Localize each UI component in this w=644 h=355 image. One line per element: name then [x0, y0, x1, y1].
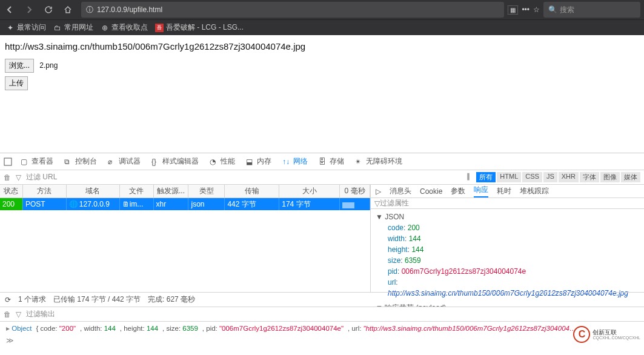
page-content: http://ws3.sinaimg.cn/thumb150/006m7Gcrl… — [0, 35, 644, 96]
sparkle-icon: ✦ — [6, 24, 15, 32]
network-icon: ↑↓ — [282, 158, 291, 166]
pill-fonts[interactable]: 字体 — [580, 172, 599, 182]
memory-icon: ⬓ — [246, 158, 254, 166]
tab-accessibility[interactable]: ✴无障碍环境 — [353, 156, 405, 167]
bookmark-52pojie[interactable]: 吾吾爱破解 - LCG - LSG... — [155, 22, 244, 33]
reload-small-icon[interactable]: ⟳ — [5, 296, 11, 304]
box-icon: ▢ — [21, 158, 29, 166]
cell-status: 200 — [0, 198, 23, 210]
response-filter[interactable]: ▽ 过滤属性 — [371, 198, 644, 209]
back-button[interactable] — [0, 0, 19, 19]
search-icon: 🔍 — [548, 5, 557, 14]
json-row: code: 200 — [388, 222, 639, 233]
upload-button[interactable]: 上传 — [5, 76, 28, 90]
trash-icon[interactable]: 🗑 — [4, 173, 11, 182]
tab-network[interactable]: ↑↓网络 — [280, 156, 310, 167]
json-root[interactable]: ▼ JSON — [376, 211, 639, 222]
site-icon: 吾 — [155, 24, 164, 32]
reload-button[interactable] — [39, 0, 58, 19]
rtab-response[interactable]: 响应 — [474, 185, 488, 197]
selected-filename: 2.png — [39, 61, 58, 70]
bookmark-most-visited[interactable]: ✦最常访问 — [6, 22, 46, 33]
home-button[interactable] — [58, 0, 78, 19]
rtab-headers[interactable]: 消息头 — [390, 186, 411, 196]
cell-waterfall — [340, 198, 370, 210]
trash-icon[interactable]: 🗑 — [4, 310, 11, 319]
console-drawer: 🗑 ▽ 过滤输出 ▸ Object { code: "200" , width:… — [0, 307, 644, 355]
pill-html[interactable]: HTML — [497, 172, 521, 182]
col-cause[interactable]: 触发源... — [154, 185, 189, 197]
inspect-icon[interactable] — [4, 158, 12, 166]
watermark-logo: C 创新互联CQCXHL.COM/CQCXHL — [573, 326, 640, 343]
tab-memory[interactable]: ⬓内存 — [244, 156, 274, 167]
reader-icon[interactable]: ▦ — [508, 5, 518, 15]
tab-debugger[interactable]: ⌀调试器 — [105, 156, 143, 167]
forward-button[interactable] — [19, 0, 39, 19]
tab-storage[interactable]: 🗄存储 — [316, 156, 347, 167]
console-filter-input[interactable]: 过滤输出 — [26, 309, 55, 319]
file-icon: 🗎 — [122, 200, 130, 208]
rtab-params[interactable]: 参数 — [451, 186, 465, 196]
bookmark-label: 吾爱破解 - LCG - LSG... — [166, 22, 244, 33]
url-bar[interactable]: ⓘ 127.0.0.9/upfile.html — [81, 2, 504, 18]
network-filter-row: 🗑 ▽ 过滤 URL ∥ 所有 HTML CSS JS XHR 字体 图像 媒体 — [0, 170, 644, 185]
gauge-icon: ◔ — [210, 158, 218, 166]
col-file[interactable]: 文件 — [120, 185, 154, 197]
pill-css[interactable]: CSS — [522, 172, 542, 182]
col-transfer[interactable]: 传输 — [225, 185, 279, 197]
pill-js[interactable]: JS — [543, 172, 557, 182]
rtab-stack[interactable]: 堆栈跟踪 — [520, 186, 549, 196]
devtools-panel: ▢查看器 ⧉控制台 ⌀调试器 {}样式编辑器 ◔性能 ⬓内存 ↑↓网络 🗄存储 … — [0, 153, 644, 355]
more-icon[interactable]: ••• — [522, 5, 529, 14]
table-row[interactable]: 200 POST 🌐127.0.0.9 🗎im... xhr json 442 … — [0, 198, 370, 210]
right-summary-border — [371, 292, 644, 307]
col-status[interactable]: 状态 — [0, 185, 23, 197]
reload-icon — [44, 5, 53, 14]
bookmark-label: 查看收取点 — [111, 22, 148, 33]
col-type[interactable]: 类型 — [188, 185, 225, 197]
storage-icon: 🗄 — [319, 158, 327, 166]
rtab-cookie[interactable]: Cookie — [420, 187, 442, 196]
funnel-icon: ▽ — [374, 199, 380, 208]
tab-performance[interactable]: ◔性能 — [207, 156, 237, 167]
tab-style-editor[interactable]: {}样式编辑器 — [149, 156, 201, 167]
filter-url-input[interactable]: 过滤 URL — [26, 172, 57, 182]
arrow-right-icon — [25, 5, 33, 14]
bookmark-pickup[interactable]: ⊕查看收取点 — [101, 22, 148, 33]
console-icon: ⧉ — [64, 158, 73, 166]
pill-all[interactable]: 所有 — [476, 172, 496, 182]
svg-rect-0 — [4, 158, 12, 165]
pause-icon[interactable]: ∥ — [466, 172, 470, 182]
cell-method: POST — [23, 198, 67, 210]
console-prompt[interactable]: ≫ — [0, 335, 644, 346]
browser-toolbar: ⓘ 127.0.0.9/upfile.html ▦ ••• ☆ 🔍 搜索 — [0, 0, 644, 19]
url-text: 127.0.0.9/upfile.html — [97, 5, 162, 14]
info-icon: ⓘ — [86, 5, 93, 15]
search-placeholder: 搜索 — [560, 5, 574, 15]
table-header: 状态 方法 域名 文件 触发源... 类型 传输 大小 0 毫秒 — [0, 185, 370, 198]
search-bar[interactable]: 🔍 搜索 — [543, 2, 640, 18]
response-tabs: ▷ 消息头 Cookie 参数 响应 耗时 堆栈跟踪 — [371, 185, 644, 198]
col-method[interactable]: 方法 — [23, 185, 67, 197]
toggle-raw-icon[interactable]: ▷ — [376, 187, 381, 196]
cell-type: json — [188, 198, 225, 210]
bookmark-common[interactable]: 🗀常用网址 — [53, 22, 93, 33]
logo-text: 创新互联CQCXHL.COM/CQCXHL — [593, 330, 640, 340]
cell-size: 174 字节 — [279, 198, 340, 210]
col-size[interactable]: 大小 — [279, 185, 340, 197]
col-domain[interactable]: 域名 — [67, 185, 120, 197]
console-output-line[interactable]: ▸ Object { code: "200" , width: 144 , he… — [0, 322, 644, 335]
browse-button[interactable]: 浏览... — [5, 59, 34, 73]
json-row: height: 144 — [388, 244, 639, 255]
pill-images[interactable]: 图像 — [600, 172, 620, 182]
tab-inspector[interactable]: ▢查看器 — [18, 156, 56, 167]
tab-console[interactable]: ⧉控制台 — [62, 156, 99, 167]
lock-icon: 🌐 — [69, 200, 78, 208]
pill-xhr[interactable]: XHR — [559, 172, 579, 182]
col-waterfall[interactable]: 0 毫秒 — [340, 185, 370, 197]
star-icon[interactable]: ☆ — [533, 5, 540, 14]
rtab-timing[interactable]: 耗时 — [497, 186, 511, 196]
bug-icon: ⌀ — [108, 158, 116, 166]
json-row: size: 6359 — [388, 255, 639, 266]
pill-media[interactable]: 媒体 — [621, 172, 640, 182]
